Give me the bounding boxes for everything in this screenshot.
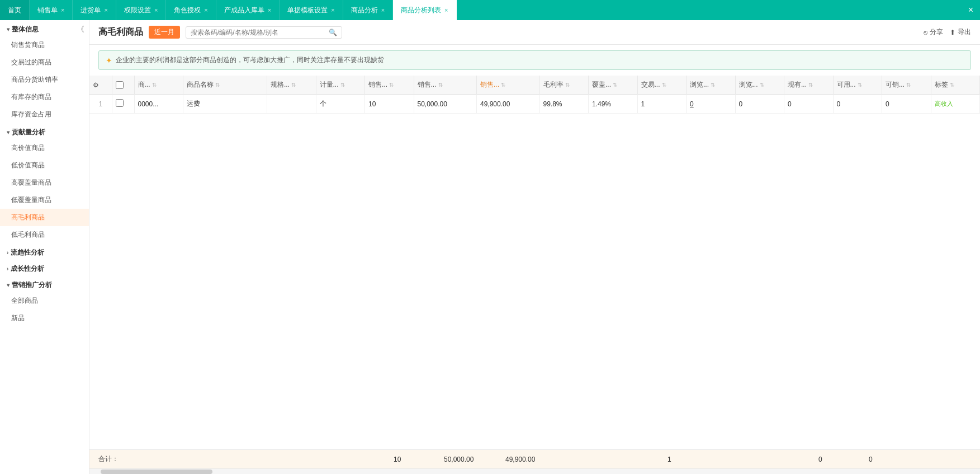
nav-item-analysis[interactable]: 商品分析 × [343,0,393,20]
footer-sales-cost: 49,900.00 [505,456,556,463]
nav-item-purchase[interactable]: 进货单 × [73,0,116,20]
share-btn[interactable]: ⎋ 分享 [924,27,943,37]
cell-sales-qty: 10 [365,95,414,114]
sidebar-item-sales-assist[interactable]: 商品分货助销率 [0,71,89,88]
col-unit[interactable]: 计量...⇅ [316,76,365,95]
sidebar: 《 ▾ 整体信息 销售货商品 交易过的商品 商品分货助销率 有库存的商品 库存资… [0,20,89,474]
sidebar-group-marketing[interactable]: ▾ 营销推广分析 [0,276,89,292]
sort-icon-coverage: ⇅ [613,82,617,88]
col-code[interactable]: 商...⇅ [134,76,183,95]
cell-row-num: 1 [89,95,112,114]
col-tag[interactable]: 标签⇅ [931,76,980,95]
nav-close-permissions[interactable]: × [154,7,158,13]
sort-icon-transactions: ⇅ [662,82,666,88]
nav-close-analysis[interactable]: × [381,7,385,13]
share-icon: ⎋ [924,29,927,36]
col-views1[interactable]: 浏览...⇅ [687,76,736,95]
tag-high-income: 高收入 [935,100,953,107]
col-sales-qty[interactable]: 销售...⇅ [365,76,414,95]
settings-icon: ⚙ [93,81,99,89]
bottom-scrollbar[interactable] [89,468,980,474]
cell-views2: 0 [735,95,784,114]
nav-close-inbound[interactable]: × [268,7,271,13]
nav-item-sales[interactable]: 销售单 × [30,0,73,20]
sidebar-group-trend[interactable]: › 流趋性分析 [0,243,89,260]
sidebar-group-contribution[interactable]: ▾ 贡献量分析 [0,123,89,139]
nav-close-all-icon[interactable]: × [968,5,973,15]
arrow-icon-overall: ▾ [7,26,10,32]
col-available-stock[interactable]: 可用...⇅ [833,76,882,95]
sidebar-item-traded-goods[interactable]: 交易过的商品 [0,54,89,71]
search-input[interactable] [191,29,326,36]
sidebar-item-high-value[interactable]: 高价值商品 [0,139,89,157]
top-nav: 首页 销售单 × 进货单 × 权限设置 × 角色授权 × 产成品入库单 × 单据… [0,0,980,20]
export-btn[interactable]: ⬆ 导出 [950,27,971,37]
sidebar-collapse-btn[interactable]: 《 [77,25,84,35]
sort-icon-available-stock: ⇅ [858,82,862,88]
cell-sales-cost: 49,900.00 [477,95,540,114]
sort-icon-views2: ⇅ [760,82,764,88]
cell-available-stock: 0 [833,95,882,114]
col-sales-cost[interactable]: 销售...⇅ [477,76,540,95]
sidebar-item-in-stock[interactable]: 有库存的商品 [0,88,89,106]
cell-checkbox[interactable] [112,95,134,114]
filter-recent-month-btn[interactable]: 近一月 [149,26,180,39]
col-sales-amount[interactable]: 销售...⇅ [414,76,477,95]
sidebar-group-overall[interactable]: ▾ 整体信息 [0,20,89,36]
col-name[interactable]: 商品名称⇅ [183,76,267,95]
sidebar-item-low-coverage[interactable]: 低覆盖量商品 [0,191,89,209]
info-icon: ✦ [106,56,112,65]
col-transactions[interactable]: 交易...⇅ [637,76,687,95]
nav-item-permissions[interactable]: 权限设置 × [116,0,166,20]
col-gross-margin[interactable]: 毛利率⇅ [539,76,589,95]
sidebar-item-all-goods[interactable]: 全部商品 [0,292,89,309]
col-settings[interactable]: ⚙ [89,76,112,95]
col-sellable-stock[interactable]: 可销...⇅ [882,76,931,95]
table-container: ⚙ 商...⇅ 商品名称⇅ 规格...⇅ [89,76,980,449]
sort-icon-gross-margin: ⇅ [565,82,570,88]
sidebar-item-stock-capital[interactable]: 库存资金占用 [0,106,89,123]
nav-item-home[interactable]: 首页 [0,0,30,20]
row-checkbox[interactable] [116,99,124,107]
footer-current-stock: 0 [818,456,858,463]
footer-transactions: 1 [667,456,707,463]
nav-close-purchase[interactable]: × [104,7,107,13]
nav-close-roles[interactable]: × [204,7,207,13]
cell-coverage: 1.49% [589,95,638,114]
views1-link[interactable]: 0 [690,100,694,108]
sidebar-item-low-margin[interactable]: 低毛利商品 [0,226,89,243]
scroll-thumb[interactable] [101,470,212,474]
sidebar-item-high-margin[interactable]: 高毛利商品 [0,209,89,226]
nav-item-inbound[interactable]: 产成品入库单 × [216,0,280,20]
export-icon: ⬆ [950,29,955,36]
nav-item-template[interactable]: 单据模板设置 × [280,0,343,20]
data-table: ⚙ 商...⇅ 商品名称⇅ 规格...⇅ [89,76,980,114]
sidebar-item-high-coverage[interactable]: 高覆盖量商品 [0,174,89,191]
nav-close-template[interactable]: × [331,7,334,13]
nav-close-analysis-list[interactable]: × [444,7,448,13]
col-current-stock[interactable]: 现有...⇅ [784,76,834,95]
nav-item-roles[interactable]: 角色授权 × [166,0,216,20]
sidebar-item-low-value[interactable]: 低价值商品 [0,157,89,174]
col-checkbox[interactable] [112,76,134,95]
cell-views1[interactable]: 0 [687,95,736,114]
arrow-icon-contribution: ▾ [7,129,10,135]
col-views2[interactable]: 浏览...⇅ [735,76,784,95]
sidebar-item-new-goods[interactable]: 新品 [0,309,89,327]
search-box: 🔍 [186,26,342,39]
sidebar-item-sales-goods[interactable]: 销售货商品 [0,36,89,54]
footer-sales-qty: 10 [394,456,433,463]
sort-icon-views1: ⇅ [711,82,715,88]
cell-sales-amount: 50,000.00 [414,95,477,114]
nav-close-sales[interactable]: × [61,7,64,13]
nav-item-analysis-list[interactable]: 商品分析列表 × [393,0,456,20]
cell-tag: 高收入 [931,95,980,114]
cell-sellable-stock: 0 [882,95,931,114]
cell-name: 运费 [183,95,267,114]
sort-icon-sellable-stock: ⇅ [906,82,911,88]
col-spec[interactable]: 规格...⇅ [267,76,316,95]
col-coverage[interactable]: 覆盖...⇅ [589,76,638,95]
footer-available-stock: 0 [869,456,908,463]
sidebar-group-growth[interactable]: › 成长性分析 [0,260,89,276]
select-all-checkbox[interactable] [116,81,124,89]
